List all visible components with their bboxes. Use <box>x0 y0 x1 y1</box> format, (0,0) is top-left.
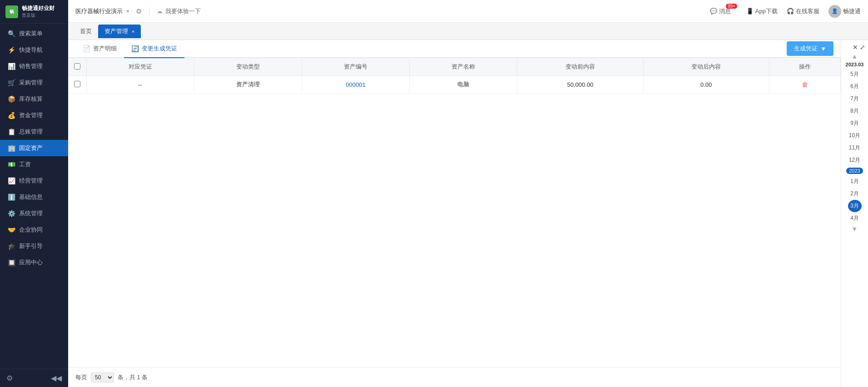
sidebar-item-guide[interactable]: 🎓 新手引导 <box>0 238 68 254</box>
sidebar-item-label: 资金管理 <box>19 111 43 119</box>
year-2023-badge[interactable]: 2023 <box>846 168 863 174</box>
col-asset-code: 资产编号 <box>302 58 409 76</box>
settings-icon[interactable]: ⚙ <box>136 7 142 15</box>
app-download-button[interactable]: 📱 App下载 <box>746 7 778 15</box>
month-9[interactable]: 9月 <box>841 117 868 129</box>
sidebar-item-label: 系统管理 <box>19 209 43 218</box>
tab-home[interactable]: 首页 <box>75 25 96 38</box>
tab-label: 资产管理 <box>104 27 128 35</box>
chevron-down-icon: ▼ <box>820 45 826 52</box>
generate-btn-label: 生成凭证 <box>794 45 818 53</box>
sidebar-item-operations[interactable]: 📈 经营管理 <box>0 173 68 189</box>
expand-panel-button[interactable]: ⤢ <box>860 44 865 51</box>
delete-icon[interactable]: 🗑 <box>802 81 808 88</box>
user-name: 畅捷通 <box>843 7 861 15</box>
sidebar-item-sales[interactable]: 📊 销售管理 <box>0 58 68 74</box>
company-name: 医疗器械行业演示 <box>75 7 123 15</box>
experience-link[interactable]: ☁ 我要体验一下 <box>157 7 201 15</box>
sidebar-item-search[interactable]: 🔍 搜索菜单 <box>0 25 68 42</box>
message-icon: 💬 <box>710 8 717 15</box>
month-7[interactable]: 7月 <box>841 93 868 105</box>
gear-icon: ⚙️ <box>7 210 15 217</box>
sidebar-footer: ⚙ ◀◀ <box>0 369 68 387</box>
app-name: 畅捷通好业财 <box>22 5 55 12</box>
user-menu[interactable]: 👤 畅捷通 <box>828 5 861 18</box>
month-2[interactable]: 2月 <box>841 188 868 200</box>
cell-after-change: 0.00 <box>643 76 769 94</box>
sidebar-item-label: 新手引导 <box>19 242 43 250</box>
customer-service-button[interactable]: 🎧 在线客服 <box>787 7 819 15</box>
sidebar-header: 畅 畅捷通好业财 普及版 <box>0 0 68 24</box>
month-6[interactable]: 6月 <box>841 80 868 93</box>
tab-change-voucher-label: 变更生成凭证 <box>142 45 177 53</box>
messages-button[interactable]: 💬 消息 99+ <box>710 7 731 15</box>
sidebar-item-enterprise[interactable]: 🤝 企业协同 <box>0 222 68 238</box>
sidebar-item-app-center[interactable]: 🔲 应用中心 <box>0 254 68 271</box>
col-before-change: 变动前内容 <box>517 58 643 76</box>
guide-icon: 🎓 <box>7 243 15 250</box>
settings-icon[interactable]: ⚙ <box>6 374 13 382</box>
month-1[interactable]: 1月 <box>841 175 868 188</box>
lightning-icon: ⚡ <box>7 46 15 54</box>
company-selector[interactable]: 医疗器械行业演示 ▼ <box>75 7 130 15</box>
select-all-checkbox[interactable] <box>74 63 80 69</box>
salary-icon: 💵 <box>7 161 15 168</box>
sidebar-item-fixed-assets[interactable]: 🏢 固定资产 <box>0 140 68 156</box>
month-4[interactable]: 4月 <box>841 212 868 224</box>
col-change-type: 变动类型 <box>194 58 302 76</box>
month-11[interactable]: 11月 <box>841 142 868 154</box>
building-icon: 🏢 <box>7 144 15 152</box>
data-table: 对应凭证 变动类型 资产编号 资产名称 变动前内容 变动后内容 操作 <box>68 58 841 94</box>
pagination-bar: 每页 50 10 20 100 条，共 1 条 <box>68 367 841 387</box>
search-icon: 🔍 <box>7 30 15 37</box>
sidebar-item-basic-info[interactable]: ℹ️ 基础信息 <box>0 189 68 205</box>
tab-bar: 首页 资产管理 × <box>68 23 868 40</box>
sidebar-item-label: 采购管理 <box>19 79 43 87</box>
experience-label: 我要体验一下 <box>165 7 201 15</box>
document-icon: 📄 <box>83 45 90 52</box>
sidebar-item-inventory[interactable]: 📦 库存核算 <box>0 91 68 107</box>
close-panel-button[interactable]: ✕ <box>853 44 858 51</box>
col-asset-name: 资产名称 <box>410 58 517 76</box>
box-icon: 📦 <box>7 95 15 103</box>
cell-voucher: -- <box>86 76 194 94</box>
month-10[interactable]: 10月 <box>841 129 868 142</box>
sidebar-item-funds[interactable]: 💰 资金管理 <box>0 107 68 124</box>
trending-icon: 📈 <box>7 177 15 184</box>
sidebar-item-salary[interactable]: 💵 工资 <box>0 156 68 173</box>
tab-asset-detail-label: 资产明细 <box>93 45 117 53</box>
collapse-icon[interactable]: ◀◀ <box>51 374 62 382</box>
tab-asset-management[interactable]: 资产管理 × <box>98 25 141 38</box>
col-checkbox <box>68 58 86 76</box>
cell-asset-code: 000001 <box>302 76 409 94</box>
sidebar-item-system[interactable]: ⚙️ 系统管理 <box>0 205 68 222</box>
tab-asset-detail[interactable]: 📄 资产明细 <box>75 40 124 58</box>
avatar: 👤 <box>828 5 841 18</box>
row-checkbox[interactable] <box>74 81 80 87</box>
sidebar-item-purchase[interactable]: 🛒 采购管理 <box>0 74 68 91</box>
sidebar-item-label: 快捷导航 <box>19 46 43 54</box>
money-icon: 💰 <box>7 112 15 119</box>
app-download-label: App下载 <box>755 7 778 15</box>
divider <box>149 7 149 16</box>
month-5[interactable]: 5月 <box>841 68 868 80</box>
generate-voucher-button[interactable]: 生成凭证 ▼ <box>787 41 833 56</box>
nav-down-arrow[interactable]: ▼ <box>841 224 868 233</box>
app-center-icon: 🔲 <box>7 259 15 266</box>
sidebar-item-quick-nav[interactable]: ⚡ 快捷导航 <box>0 42 68 58</box>
per-page-select[interactable]: 50 10 20 100 <box>91 372 114 382</box>
sidebar-item-label: 总账管理 <box>19 128 43 136</box>
year-2023-badge-wrap: 2023 <box>841 168 868 174</box>
tab-close-icon[interactable]: × <box>132 29 134 34</box>
topbar-right: 💬 消息 99+ 📱 App下载 🎧 在线客服 👤 畅捷通 <box>710 5 861 18</box>
sidebar-item-label: 基础信息 <box>19 193 43 201</box>
tab-change-voucher[interactable]: 🔄 变更生成凭证 <box>124 40 184 58</box>
month-12[interactable]: 12月 <box>841 154 868 166</box>
month-3-active[interactable]: 3月 <box>848 200 862 212</box>
dropdown-icon: ▼ <box>125 9 130 14</box>
generate-btn-wrap: 生成凭证 ▼ <box>787 41 833 56</box>
nav-up-arrow[interactable]: ▲ <box>841 52 868 61</box>
sidebar-item-ledger[interactable]: 📋 总账管理 <box>0 124 68 140</box>
per-page-label: 每页 <box>75 373 87 382</box>
month-8[interactable]: 8月 <box>841 105 868 117</box>
